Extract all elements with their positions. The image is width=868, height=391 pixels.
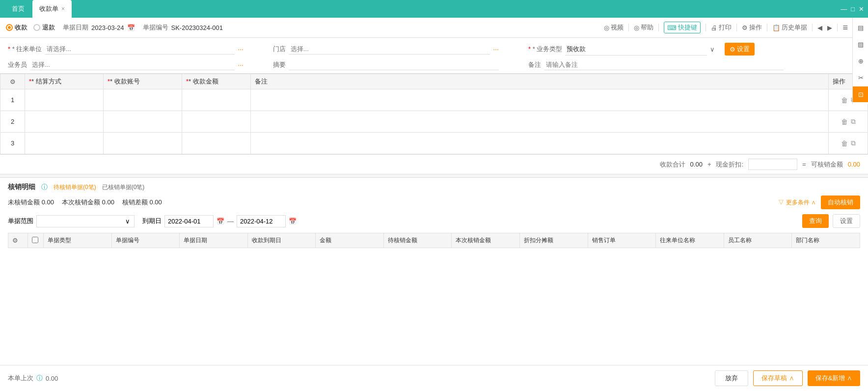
settings-button[interactable]: ⚙ 设置 bbox=[725, 43, 755, 56]
reconcile-title: 核销明细 bbox=[8, 183, 35, 192]
weiHeSuo-label: 未核销金额 bbox=[8, 198, 40, 206]
daoPeRi-start-input[interactable] bbox=[164, 215, 214, 227]
window-maximize[interactable]: □ bbox=[851, 5, 855, 13]
more-conditions-btn[interactable]: ▽ 更多条件 ∧ bbox=[778, 198, 816, 207]
weiHeSuo-stat: 未核销金额 0.00 bbox=[8, 198, 54, 207]
save-draft-button[interactable]: 保存草稿 ∧ bbox=[753, 370, 803, 386]
footer: 本单上次 ⓘ 0.00 放弃 保存草稿 ∧ 保存&新增 ∧ bbox=[0, 365, 868, 391]
delete-icon-2[interactable]: 🗑 bbox=[841, 118, 848, 126]
number-label: 单据编号 bbox=[143, 23, 168, 32]
window-close[interactable]: ✕ bbox=[859, 5, 864, 13]
divider2 bbox=[658, 24, 659, 31]
query-button[interactable]: 查询 bbox=[802, 214, 829, 228]
sidebar-icon-2[interactable]: ▨ bbox=[853, 36, 868, 52]
row-account-1[interactable] bbox=[104, 89, 182, 111]
daoPeRi-end-input[interactable] bbox=[237, 215, 286, 227]
operation-btn[interactable]: ⚙ 操作 bbox=[742, 23, 762, 32]
table-gear-icon[interactable]: ⚙ bbox=[10, 78, 16, 85]
toolbar-right: ◎ 视频 ◎ 帮助 ⌨ 快捷键 🖨 打印 ⚙ 操作 bbox=[604, 22, 862, 33]
xianJinZheKou-input[interactable] bbox=[748, 159, 797, 170]
tab-home[interactable]: 首页 bbox=[4, 0, 32, 18]
shouKuanHeJi-value: 0.00 bbox=[690, 161, 703, 168]
pending-tab[interactable]: 待核销单据(0笔) bbox=[54, 183, 96, 192]
row-amount-2[interactable] bbox=[182, 111, 251, 133]
tab-close-icon[interactable]: × bbox=[61, 0, 65, 18]
next-icon[interactable]: ▶ bbox=[827, 24, 832, 31]
menDian-input[interactable] bbox=[289, 44, 490, 55]
radio-tuikuan[interactable]: 退款 bbox=[33, 23, 55, 32]
bottom-gear-icon[interactable]: ⚙ bbox=[12, 237, 18, 244]
history-btn[interactable]: 📋 历史单据 bbox=[772, 23, 807, 32]
number-value: SK-20230324-001 bbox=[171, 24, 223, 31]
yewuLeiXing-label: * 业务类型 bbox=[528, 45, 562, 54]
row-amount-1[interactable] bbox=[182, 89, 251, 111]
menDian-dots[interactable]: ··· bbox=[493, 45, 499, 53]
calendar-end-icon[interactable]: 📅 bbox=[289, 218, 297, 225]
reconcile-info-icon[interactable]: ⓘ bbox=[41, 183, 48, 192]
radio-shoukuan[interactable]: 收款 bbox=[6, 23, 27, 32]
row-amount-3[interactable] bbox=[182, 133, 251, 154]
yewuYuan-input[interactable] bbox=[30, 59, 235, 70]
bottom-col-order-header: 销售订单 bbox=[588, 233, 656, 248]
sidebar-icon-4[interactable]: ✂ bbox=[853, 70, 868, 85]
danJuFanWei-select[interactable]: ∨ bbox=[36, 215, 135, 227]
delete-icon-3[interactable]: 🗑 bbox=[841, 140, 848, 147]
date-value: 2023-03-24 bbox=[91, 24, 124, 31]
yewuLeiXing-dropdown-icon[interactable]: ∨ bbox=[710, 46, 715, 53]
video-btn[interactable]: ◎ 视频 bbox=[604, 23, 624, 32]
row-settle-1[interactable] bbox=[25, 89, 104, 111]
zhaiyao-input[interactable] bbox=[289, 59, 499, 70]
reconcile-settings-button[interactable]: 设置 bbox=[833, 214, 860, 228]
list-icon[interactable]: ≡ bbox=[842, 23, 848, 33]
shouKuanHeJi-label: 收款合计 bbox=[660, 160, 685, 169]
yewuYuan-label: 业务员 bbox=[8, 60, 27, 69]
help-btn[interactable]: ◎ 帮助 bbox=[634, 23, 653, 32]
row-remark-3[interactable] bbox=[251, 133, 829, 154]
bottom-col-num-header: 单据编号 bbox=[111, 233, 180, 248]
delete-icon-1[interactable]: 🗑 bbox=[841, 96, 848, 104]
divider1 bbox=[628, 24, 629, 31]
prev-icon[interactable]: ◀ bbox=[817, 24, 822, 31]
calendar-start-icon[interactable]: 📅 bbox=[217, 218, 224, 225]
table-section: ⚙ ** 结算方式 ** 收款账号 ** 收款金额 备注 操作 bbox=[0, 74, 868, 154]
row-op-3: 🗑 ⧉ bbox=[829, 133, 868, 154]
row-settle-2[interactable] bbox=[25, 111, 104, 133]
sidebar-icon-5[interactable]: ⊡ bbox=[853, 86, 868, 102]
date-field: 单据日期 2023-03-24 📅 bbox=[63, 23, 135, 32]
table-row: 2 🗑 ⧉ bbox=[0, 111, 868, 133]
print-btn[interactable]: 🖨 打印 bbox=[711, 23, 732, 32]
yewuLeiXing-value: 预收款 bbox=[565, 43, 707, 56]
abandon-button[interactable]: 放弃 bbox=[715, 370, 748, 386]
auto-reconcile-button[interactable]: 自动核销 bbox=[821, 196, 860, 209]
row-num-3: 3 bbox=[0, 133, 25, 154]
calendar-icon[interactable]: 📅 bbox=[127, 24, 135, 31]
sidebar-icon-3[interactable]: ⊕ bbox=[853, 53, 868, 69]
laiWangDanWei-input[interactable] bbox=[45, 44, 235, 55]
menDian-label: 门店 bbox=[273, 45, 286, 54]
done-tab[interactable]: 已核销单据(0笔) bbox=[102, 183, 145, 192]
save-new-button[interactable]: 保存&新增 ∧ bbox=[808, 370, 860, 386]
sidebar-icon-1[interactable]: ▤ bbox=[853, 20, 868, 35]
shortcut-btn[interactable]: ⌨ 快捷键 bbox=[664, 22, 701, 33]
benCiHeSuo-stat: 本次核销金额 0.00 bbox=[62, 198, 114, 207]
history-label: 历史单据 bbox=[782, 23, 807, 32]
summary-bar: 收款合计 0.00 + 现金折扣: = 可核销金额 0.00 bbox=[0, 154, 868, 174]
select-all-checkbox[interactable] bbox=[32, 237, 38, 243]
row-settle-3[interactable] bbox=[25, 133, 104, 154]
row-account-2[interactable] bbox=[104, 111, 182, 133]
row-account-3[interactable] bbox=[104, 133, 182, 154]
row-remark-2[interactable] bbox=[251, 111, 829, 133]
copy-icon-2[interactable]: ⧉ bbox=[851, 117, 856, 126]
laiWangDanWei-dots[interactable]: ··· bbox=[238, 45, 244, 53]
tab-active[interactable]: 收款单 × bbox=[32, 0, 72, 18]
row-remark-1[interactable] bbox=[251, 89, 829, 111]
window-minimize[interactable]: — bbox=[841, 5, 847, 13]
beizhu-input[interactable] bbox=[544, 59, 784, 70]
save-new-label: 保存&新增 ∧ bbox=[815, 374, 852, 383]
col-amount-header: ** 收款金额 bbox=[182, 74, 251, 89]
table-icon: ▤ bbox=[858, 24, 864, 31]
footer-left: 本单上次 ⓘ 0.00 bbox=[8, 374, 58, 383]
copy-icon-3[interactable]: ⧉ bbox=[851, 139, 856, 147]
yewuYuan-dots[interactable]: ··· bbox=[238, 61, 244, 69]
benDanShangCi-info-icon[interactable]: ⓘ bbox=[36, 374, 43, 383]
